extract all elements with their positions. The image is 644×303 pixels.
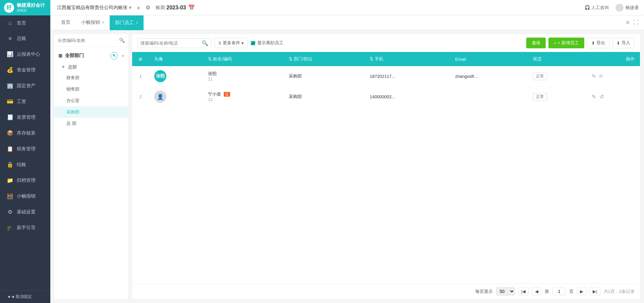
sidebar-item-label: 固定资产 — [17, 83, 36, 89]
top-header: 好 畅捷通好会计 旗舰版 江西服宝精品有限责任公司内账张 ▾ ＋ ⚙ 账期 20… — [0, 0, 644, 15]
sidebar-item-label: 总账 — [17, 36, 26, 42]
more-filters-button[interactable]: ⧖ 更多条件 ▾ — [215, 38, 248, 48]
inventory-icon: 📦 — [7, 130, 13, 136]
grid-icon: ⊞ — [58, 53, 62, 58]
user-info[interactable]: 畅捷通 — [615, 4, 639, 12]
page-label: 页 — [569, 289, 574, 295]
per-page-select[interactable]: 50 100 200 — [496, 287, 515, 296]
sidebar-item-label: 资金管理 — [17, 67, 36, 73]
dropdown-icon[interactable]: ▾ — [129, 4, 131, 11]
dept-edit-button[interactable]: ✎ — [110, 52, 118, 59]
collapse-arrow: ▼ — [61, 64, 65, 69]
tab-expense-close[interactable]: × — [102, 20, 104, 25]
dept-item-hq2[interactable]: 总 部 — [54, 118, 128, 129]
header-right: 🎧 人工咨询 畅捷通 — [585, 4, 639, 12]
dept-search-input[interactable] — [58, 38, 117, 43]
sidebar-item-capital[interactable]: 💰 资金管理 — [0, 62, 50, 78]
resigned-checkbox-input[interactable] — [251, 41, 255, 45]
expense-icon: 🧮 — [7, 193, 13, 199]
calendar-icon[interactable]: 📅 — [188, 4, 195, 11]
company-name: 江西服宝精品有限责任公司内账张 — [57, 5, 127, 11]
import-label: 导入 — [622, 40, 630, 46]
emp-search-icon[interactable]: 🔍 — [202, 40, 208, 46]
dept-group-hq: ▼ 总部 — [54, 62, 128, 72]
prev-page-button[interactable]: ◀ — [532, 288, 541, 295]
dept-search-icon[interactable]: 🔍 — [119, 38, 125, 43]
service-button[interactable]: 🎧 人工咨询 — [585, 5, 609, 11]
logout-button-1[interactable]: ⎋ — [599, 73, 603, 79]
dept-item-sales[interactable]: 销售部 — [54, 84, 128, 95]
sidebar-item-inventory[interactable]: 📦 库存核算 — [0, 125, 50, 141]
sidebar-item-archive[interactable]: 📁 归档管理 — [0, 172, 50, 188]
tab-dept-close[interactable]: × — [136, 20, 138, 25]
settings-icon[interactable]: ⚙ — [146, 4, 150, 11]
table-header-actions: 操作 — [586, 52, 640, 66]
sidebar-item-tax[interactable]: 📋 税务管理 — [0, 141, 50, 157]
sidebar-item-reports[interactable]: 📊 云报表中心 — [0, 46, 50, 62]
dept-item-finance[interactable]: 财务部 — [54, 72, 128, 84]
logo-area: 好 畅捷通好会计 旗舰版 — [0, 0, 50, 15]
dept-item-office[interactable]: 办公室 — [54, 95, 128, 106]
expand-button[interactable]: ⛶ — [633, 19, 639, 26]
export-button[interactable]: ⬆ 导出 — [587, 38, 609, 48]
dept-item-purchase[interactable]: 采购部 — [54, 106, 128, 118]
sidebar-item-invoice[interactable]: 🧾 发票管理 — [0, 109, 50, 125]
row-actions-1: ✎ ⎋ — [586, 66, 640, 87]
row-num-2: 2 — [132, 87, 149, 107]
emp-search-input[interactable] — [141, 41, 200, 46]
sidebar-item-home[interactable]: ⌂ 首页 — [0, 15, 50, 31]
assets-icon: 🏢 — [7, 83, 13, 89]
edit-button-1[interactable]: ✎ — [592, 73, 596, 80]
dept-collapse-button[interactable]: « — [122, 53, 124, 58]
table-header-row: ⚙ 头像 ⇅ 姓名/编码 ⇅ 部门/职位 ⇅ 手机 — [132, 52, 640, 66]
sidebar-item-settings[interactable]: ⚙ 基础设置 — [0, 204, 50, 220]
emp-toolbar-right: 邀请 + + 新增员工 ⬆ 导出 ⬇ 导入 — [526, 38, 635, 48]
row-name-2: 宁小壹 应 12 — [203, 87, 283, 107]
table-header-status: 状态 — [528, 52, 586, 66]
first-page-button[interactable]: |◀ — [518, 288, 529, 295]
import-button[interactable]: ⬇ 导入 — [612, 38, 635, 48]
table-row: 2 👤 宁小壹 应 12 — [132, 87, 640, 107]
emp-toolbar: 🔍 ⧖ 更多条件 ▾ 显示离职员工 邀请 + — [132, 34, 640, 52]
tab-home[interactable]: 首页 — [56, 15, 76, 30]
sidebar: ⌂ 首页 ≡ 总账 📊 云报表中心 💰 资金管理 🏢 固定资产 💳 工资 🧾 发… — [0, 15, 50, 303]
add-emp-label: + 新增员工 — [558, 40, 579, 46]
unpin-button[interactable]: ◄◄ 取消固定 — [0, 290, 50, 303]
next-page-button[interactable]: ▶ — [577, 288, 586, 295]
dept-group-label: 总部 — [68, 64, 77, 69]
tab-expense[interactable]: 小畅报销 × — [76, 15, 110, 30]
page-input[interactable] — [552, 288, 566, 295]
add-emp-button[interactable]: + + 新增员工 — [548, 38, 584, 48]
edit-button-2[interactable]: ✎ — [592, 94, 596, 100]
sidebar-item-assets[interactable]: 🏢 固定资产 — [0, 78, 50, 94]
unpin-label: ◄◄ 取消固定 — [7, 294, 32, 300]
sidebar-item-ledger[interactable]: ≡ 总账 — [0, 31, 50, 46]
table-row: 1 张熙 张熙 11 采购部 187202117... — [132, 66, 640, 87]
sidebar-item-label: 税务管理 — [17, 146, 36, 152]
dept-tree: ⊞ 全部部门 ✎ « ▼ 总部 财务部 销售部 办公室 采购部 总 部 — [54, 47, 128, 299]
last-page-button[interactable]: ▶| — [590, 288, 600, 295]
ledger-icon: ≡ — [7, 36, 13, 42]
sidebar-item-label: 新手引导 — [17, 225, 36, 231]
archive-icon: 📁 — [7, 177, 13, 184]
close-window-button[interactable]: ✕ — [626, 19, 630, 26]
content-area: 首页 小畅报销 × 部门员工 × ✕ ⛶ 🔍 — [50, 15, 644, 303]
sidebar-item-expense[interactable]: 🧮 小畅报销 — [0, 188, 50, 204]
table-header-name[interactable]: ⇅ 姓名/编码 — [203, 52, 283, 66]
table-header-phone[interactable]: ⇅ 手机 — [364, 52, 449, 66]
tab-home-label: 首页 — [61, 19, 70, 26]
sidebar-item-guide[interactable]: 🎓 新手引导 — [0, 220, 50, 236]
table-settings-th[interactable]: ⚙ — [132, 52, 149, 66]
sidebar-item-closing[interactable]: 🔒 结账 — [0, 157, 50, 172]
more-filters-label: 更多条件 — [223, 40, 240, 46]
sidebar-item-salary[interactable]: 💳 工资 — [0, 94, 50, 109]
show-resigned-checkbox[interactable]: 显示离职员工 — [251, 40, 283, 46]
row-actions-2: ✎ ↺ — [586, 87, 640, 107]
refresh-button-2[interactable]: ↺ — [599, 94, 604, 100]
dept-all-button[interactable]: ⊞ 全部部门 ✎ « — [54, 49, 128, 62]
plus-icon: + — [554, 41, 556, 46]
add-tab-button[interactable]: ＋ — [136, 4, 142, 12]
invite-button[interactable]: 邀请 — [526, 38, 546, 48]
tab-dept[interactable]: 部门员工 × — [110, 15, 144, 30]
table-header-dept[interactable]: ⇅ 部门/职位 — [283, 52, 364, 66]
